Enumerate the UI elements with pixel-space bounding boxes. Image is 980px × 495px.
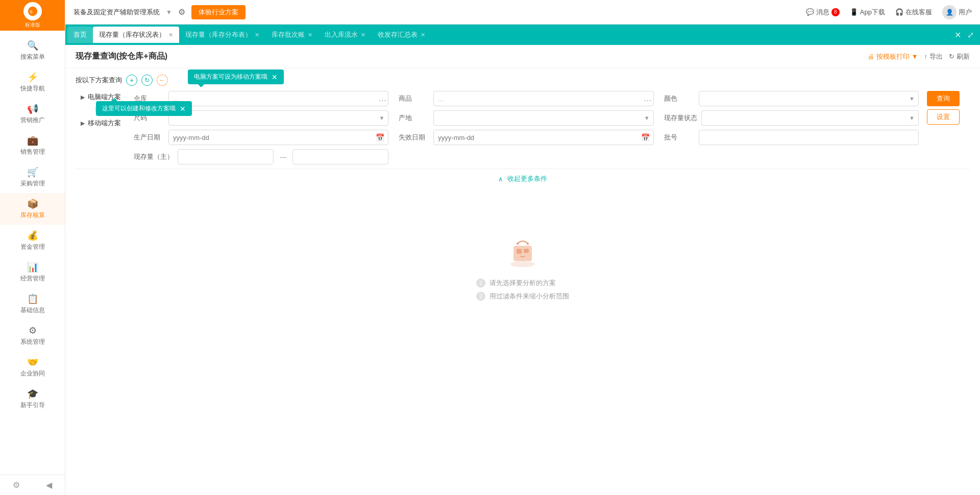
tab-flow[interactable]: 出入库流水 ✕ <box>318 27 372 43</box>
sidebar-item-purchase[interactable]: 🛒 采购管理 <box>0 161 65 193</box>
svg-point-6 <box>517 243 519 245</box>
color-select[interactable] <box>699 91 919 106</box>
warehouse-input[interactable] <box>168 91 388 106</box>
print-dropdown-icon[interactable]: ▼ <box>912 53 918 60</box>
scheme-mobile-item[interactable]: ▶ 移动端方案 <box>81 117 126 129</box>
refresh-button[interactable]: ↻ 刷新 <box>949 52 970 61</box>
settings-icon[interactable]: ⚙ <box>178 7 185 17</box>
page-title: 现存量查询(按仓库+商品) <box>76 51 167 62</box>
tooltip2-close-icon[interactable]: ✕ <box>180 105 186 113</box>
sidebar-item-inventory[interactable]: 📦 库存核算 <box>0 193 65 225</box>
svg-point-2 <box>510 261 535 267</box>
sidebar-item-marketing[interactable]: 📢 营销推广 <box>0 98 65 130</box>
svg-rect-3 <box>513 246 532 261</box>
filter-back-button[interactable]: ← <box>157 75 168 86</box>
app-download-item[interactable]: 📱 App下载 <box>850 8 885 17</box>
chevron-right-icon: ▶ <box>81 94 85 101</box>
tab-stock-dist-label: 现存量（库存分布表） <box>185 30 252 39</box>
export-button[interactable]: ↑ 导出 <box>924 52 943 61</box>
origin-select[interactable] <box>433 110 653 126</box>
tab-close-icon[interactable]: ✕ <box>308 32 312 38</box>
prod-date-wrap: 📅 <box>168 130 388 145</box>
stock-main-label: 现存量（主） <box>134 152 174 161</box>
tab-summary-label: 收发存汇总表 <box>378 30 418 39</box>
warehouse-dots-icon[interactable]: … <box>378 94 386 103</box>
sidebar-item-search[interactable]: 🔍 搜索菜单 <box>0 35 65 66</box>
briefcase-icon: 💼 <box>27 135 38 146</box>
sidebar-item-label: 企业协同 <box>20 369 45 378</box>
tab-summary[interactable]: 收发存汇总表 ✕ <box>372 27 431 43</box>
empty-state: 1 请先选择要分析的方案 2 用过滤条件来缩小分析范围 <box>65 188 980 342</box>
sidebar-item-system[interactable]: ⚙ 系统管理 <box>0 320 65 351</box>
sidebar-item-sales[interactable]: 💼 销售管理 <box>0 130 65 161</box>
box-icon: 📦 <box>27 198 38 209</box>
goods-label: 商品 <box>399 94 429 103</box>
experience-button[interactable]: 体验行业方案 <box>191 5 246 19</box>
phone-icon: 📱 <box>850 8 858 16</box>
refresh-label: 刷新 <box>957 52 970 61</box>
page-actions: 🖨 按模板打印 ▼ ↑ 导出 ↻ 刷新 <box>868 52 970 61</box>
header-right: 💬 消息 8 📱 App下载 🎧 在线客服 👤 用户 <box>806 5 972 19</box>
reset-button[interactable]: 设置 <box>927 109 960 125</box>
tab-close-icon[interactable]: ✕ <box>168 32 173 38</box>
svg-point-0 <box>28 7 37 16</box>
sidebar-item-finance[interactable]: 💰 资金管理 <box>0 225 65 256</box>
tab-close-icon[interactable]: ✕ <box>361 32 365 38</box>
sidebar-item-guide[interactable]: 🎓 新手引导 <box>0 383 65 415</box>
svg-rect-4 <box>517 249 522 254</box>
filter-row-goods: 商品 … <box>399 91 653 106</box>
collapse-filter-button[interactable]: ∧ 收起更多条件 <box>76 169 970 188</box>
collapse-sidebar-icon[interactable]: ◀ <box>46 480 52 490</box>
chevron-right-icon: ▶ <box>81 120 85 127</box>
expiry-date-wrap: 📅 <box>433 130 653 145</box>
stock-status-label: 现存量状态 <box>664 113 697 123</box>
stock-status-select[interactable] <box>701 110 919 126</box>
logo-icon: 6 <box>23 2 42 20</box>
print-button[interactable]: 🖨 按模板打印 ▼ <box>868 52 918 61</box>
sidebar-item-operations[interactable]: 📊 经营管理 <box>0 256 65 288</box>
tab-close-icon[interactable]: ✕ <box>421 32 425 38</box>
size-select-wrap: ▼ <box>168 110 388 126</box>
filter-add-button[interactable]: + <box>126 75 137 86</box>
svg-point-7 <box>527 243 529 245</box>
search-button[interactable]: 查询 <box>927 91 960 106</box>
settings-bottom-icon[interactable]: ⚙ <box>13 480 20 490</box>
scheme-mobile-label: 移动端方案 <box>88 119 121 128</box>
sidebar: 6 标准版 🔍 搜索菜单 ⚡ 快捷导航 📢 营销推广 💼 销售管理 🛒 采购管理… <box>0 0 65 495</box>
tab-stock-status[interactable]: 现存量（库存状况表） ✕ <box>93 27 179 43</box>
filter-row-batch: 批号 <box>664 130 919 145</box>
tab-batch[interactable]: 库存批次账 ✕ <box>265 27 318 43</box>
size-select[interactable] <box>168 110 388 126</box>
online-support-item[interactable]: 🎧 在线客服 <box>895 8 932 17</box>
tab-flow-label: 出入库流水 <box>325 30 358 39</box>
lightning-icon: ⚡ <box>27 72 38 83</box>
sidebar-item-quick[interactable]: ⚡ 快捷导航 <box>0 66 65 98</box>
sidebar-item-basic[interactable]: 📋 基础信息 <box>0 288 65 320</box>
stock-main-from-input[interactable] <box>178 149 274 164</box>
tab-stock-dist[interactable]: 现存量（库存分布表） ✕ <box>179 27 265 43</box>
tab-close-icon[interactable]: ✕ <box>255 32 259 38</box>
page-content: 现存量查询(按仓库+商品) 🖨 按模板打印 ▼ ↑ 导出 ↻ 刷新 <box>65 45 980 495</box>
sidebar-item-label: 快捷导航 <box>20 84 45 93</box>
goods-input[interactable] <box>433 91 653 106</box>
collapse-up-icon: ∧ <box>498 175 503 183</box>
filter-row-color: 颜色 ▼ <box>664 91 919 106</box>
sidebar-item-enterprise[interactable]: 🤝 企业协同 <box>0 351 65 383</box>
tooltip-close-icon[interactable]: ✕ <box>272 73 278 81</box>
origin-label: 产地 <box>399 113 429 123</box>
close-all-icon[interactable]: ✕ <box>952 28 963 42</box>
batch-input[interactable] <box>699 130 919 145</box>
tab-home[interactable]: 首页 <box>67 27 93 43</box>
maximize-icon[interactable]: ⤢ <box>965 28 976 42</box>
goods-dots-icon[interactable]: … <box>644 94 652 103</box>
page-title-bar: 现存量查询(按仓库+商品) 🖨 按模板打印 ▼ ↑ 导出 ↻ 刷新 <box>65 45 980 68</box>
filter-refresh-button[interactable]: ↻ <box>141 75 153 86</box>
print-label: 按模板打印 <box>876 52 910 61</box>
prod-date-label: 生产日期 <box>134 133 164 142</box>
user-item[interactable]: 👤 用户 <box>942 5 972 19</box>
messages-item[interactable]: 💬 消息 8 <box>806 8 840 17</box>
dropdown-arrow-icon[interactable]: ▼ <box>166 9 172 16</box>
stock-main-to-input[interactable] <box>292 149 388 164</box>
prod-date-input[interactable] <box>168 130 388 145</box>
expiry-date-input[interactable] <box>433 130 653 145</box>
